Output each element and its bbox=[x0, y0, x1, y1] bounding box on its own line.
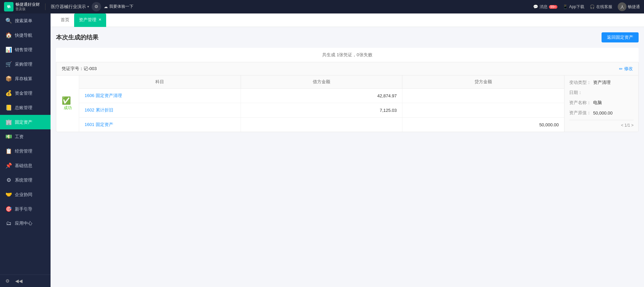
success-label: 成功 bbox=[64, 105, 72, 111]
sidebar-item-payroll[interactable]: 💵 工资 bbox=[0, 129, 51, 144]
sidebar-item-appstore[interactable]: 🗂 应用中心 bbox=[0, 216, 51, 230]
message-icon: 💬 bbox=[533, 4, 538, 9]
sidebar-item-finance[interactable]: 💰 资金管理 bbox=[0, 86, 51, 100]
success-icon: ✅ bbox=[62, 96, 71, 105]
content-area: 首页 资产管理 ✕ 本次生成的结果 返回固定资产 共生成 1张凭证，0张失败 bbox=[51, 13, 644, 287]
col-header-credit: 贷方金额 bbox=[402, 75, 564, 88]
cell-credit-2 bbox=[402, 103, 564, 117]
sidebar-item-ledger[interactable]: 📒 总账管理 bbox=[0, 100, 51, 115]
collapse-sidebar-icon[interactable]: ◀◀ bbox=[15, 278, 23, 284]
edit-button[interactable]: ✏ 修改 bbox=[619, 66, 633, 72]
sidebar-item-system[interactable]: ⚙ 系统管理 bbox=[0, 173, 51, 187]
table-header: 科目 借方金额 贷方金额 bbox=[79, 75, 564, 89]
voucher-body: ✅ 成功 科目 借方金额 贷方金额 1606 固定资产清理 bbox=[56, 75, 638, 132]
sidebar-item-operations[interactable]: 📋 经营管理 bbox=[0, 144, 51, 158]
gear-icon: ⚙ bbox=[94, 4, 98, 9]
chart-icon: 📊 bbox=[5, 46, 12, 53]
tab-bar: 首页 资产管理 ✕ bbox=[51, 13, 644, 27]
cell-debit-2: 7,125.03 bbox=[241, 103, 403, 117]
cart-icon: 🛒 bbox=[5, 61, 12, 67]
money-icon: 💰 bbox=[5, 90, 12, 96]
voucher-table: 科目 借方金额 贷方金额 1606 固定资产清理 42,874.97 bbox=[79, 75, 564, 132]
sidebar-item-purchase[interactable]: 🛒 采购管理 bbox=[0, 57, 51, 71]
header-right: 💬 消息 99+ 📱 App下载 🎧 在线客服 人 畅捷通 bbox=[533, 2, 640, 11]
sidebar-bottom: ⚙ ◀◀ bbox=[0, 275, 51, 287]
voucher-block: 凭证字号：记-003 ✏ 修改 ✅ 成功 bbox=[56, 62, 639, 132]
sidebar-item-inventory[interactable]: 📦 库存核算 bbox=[0, 71, 51, 86]
search-icon: 🔍 bbox=[5, 18, 12, 24]
cell-debit-3 bbox=[241, 118, 403, 132]
cloud-icon: ☁ bbox=[104, 4, 108, 9]
system-icon: ⚙ bbox=[5, 177, 12, 183]
voucher-number: 凭证字号：记-003 bbox=[62, 66, 97, 72]
sidebar-item-sales[interactable]: 📊 销售管理 bbox=[0, 42, 51, 57]
summary-bar: 共生成 1张凭证，0张失败 bbox=[56, 48, 639, 62]
status-column: ✅ 成功 bbox=[56, 75, 79, 132]
table-row: 1602 累计折旧 7,125.03 bbox=[79, 103, 564, 118]
sidebar-item-quicknav[interactable]: 🏠 快捷导航 bbox=[0, 28, 51, 42]
app-icon: 🗂 bbox=[5, 220, 12, 226]
cell-debit-1: 42,874.97 bbox=[241, 89, 403, 103]
cell-account-2: 1602 累计折旧 bbox=[79, 103, 241, 117]
result-header: 本次生成的结果 返回固定资产 bbox=[56, 32, 639, 42]
edit-icon: ✏ bbox=[619, 66, 623, 71]
info-change-type: 变动类型： 资产清理 bbox=[569, 79, 634, 86]
online-support-button[interactable]: 🎧 在线客服 bbox=[590, 4, 612, 10]
payroll-icon: 💵 bbox=[5, 133, 12, 140]
message-button[interactable]: 💬 消息 99+ bbox=[533, 4, 557, 10]
cell-account-3: 1601 固定资产 bbox=[79, 118, 241, 132]
table-row: 1601 固定资产 50,000.00 bbox=[79, 118, 564, 132]
company-name: 医疗器械行业演示 bbox=[51, 4, 86, 10]
ledger-icon: 📒 bbox=[5, 104, 12, 111]
account-link-1[interactable]: 1606 固定资产清理 bbox=[85, 93, 122, 99]
top-header: 畅 畅捷通好业财 普及版 医疗器械行业演示 ▾ ⚙ ☁ 我要体验一下 💬 消息 … bbox=[0, 0, 644, 13]
table-row: 1606 固定资产清理 42,874.97 bbox=[79, 89, 564, 103]
target-icon: 🎯 bbox=[5, 206, 12, 212]
cell-credit-3: 50,000.00 bbox=[402, 118, 564, 132]
pin-icon: 📌 bbox=[5, 162, 12, 169]
home-icon: 🏠 bbox=[5, 32, 12, 38]
avatar: 人 bbox=[618, 2, 626, 11]
headset-icon: 🎧 bbox=[590, 4, 595, 9]
page-content: 本次生成的结果 返回固定资产 共生成 1张凭证，0张失败 凭证字号：记-003 … bbox=[51, 27, 644, 287]
logo-sub: 普及版 bbox=[16, 7, 40, 11]
sidebar-item-guide[interactable]: 🎯 新手引导 bbox=[0, 202, 51, 216]
side-info-panel: 变动类型： 资产清理 日期： 资产名称： 电脑 资产原值： bbox=[564, 75, 638, 132]
user-menu[interactable]: 人 畅捷通 bbox=[618, 2, 640, 11]
tab-home[interactable]: 首页 bbox=[56, 13, 74, 27]
col-header-account: 科目 bbox=[79, 75, 241, 88]
account-link-2[interactable]: 1602 累计折旧 bbox=[85, 107, 113, 113]
return-button[interactable]: 返回固定资产 bbox=[602, 32, 639, 42]
sidebar-item-basics[interactable]: 📌 基础信息 bbox=[0, 158, 51, 173]
cell-account-1: 1606 固定资产清理 bbox=[79, 89, 241, 103]
bottom-settings-icon[interactable]: ⚙ bbox=[5, 278, 10, 284]
sidebar: 🔍 搜索菜单 🏠 快捷导航 📊 销售管理 🛒 采购管理 📦 库存核算 💰 资金管… bbox=[0, 13, 51, 287]
building-icon: 🏢 bbox=[5, 119, 12, 125]
message-badge: 99+ bbox=[549, 5, 557, 9]
summary-text: 共生成 1张凭证，0张失败 bbox=[322, 52, 372, 57]
account-link-3[interactable]: 1601 固定资产 bbox=[85, 122, 113, 128]
pagination[interactable]: < 1/1 > bbox=[569, 120, 634, 128]
logo-area: 畅 畅捷通好业财 普及版 bbox=[4, 2, 40, 11]
page-title: 本次生成的结果 bbox=[56, 33, 98, 41]
header-divider bbox=[45, 3, 45, 10]
sidebar-item-fixed-assets[interactable]: 🏢 固定资产 bbox=[0, 115, 51, 129]
box-icon: 📦 bbox=[5, 75, 12, 82]
col-header-debit: 借方金额 bbox=[241, 75, 403, 88]
sidebar-item-enterprise[interactable]: 🤝 企业协同 bbox=[0, 187, 51, 202]
tab-close-icon[interactable]: ✕ bbox=[98, 18, 101, 22]
clipboard-icon: 📋 bbox=[5, 148, 12, 154]
voucher-header: 凭证字号：记-003 ✏ 修改 bbox=[56, 62, 638, 75]
settings-icon-button[interactable]: ⚙ bbox=[92, 2, 101, 11]
header-left: 畅 畅捷通好业财 普及版 医疗器械行业演示 ▾ ⚙ ☁ 我要体验一下 bbox=[4, 2, 133, 11]
cell-credit-1 bbox=[402, 89, 564, 103]
tab-asset-mgmt[interactable]: 资产管理 ✕ bbox=[74, 13, 106, 27]
sidebar-item-search[interactable]: 🔍 搜索菜单 bbox=[0, 13, 51, 28]
app-download-button[interactable]: 📱 App下载 bbox=[563, 4, 584, 10]
main-layout: 🔍 搜索菜单 🏠 快捷导航 📊 销售管理 🛒 采购管理 📦 库存核算 💰 资金管… bbox=[0, 13, 644, 287]
logo-icon: 畅 bbox=[4, 2, 13, 11]
experience-button[interactable]: ☁ 我要体验一下 bbox=[104, 4, 133, 9]
logo-text: 畅捷通好业财 bbox=[16, 2, 40, 7]
company-selector[interactable]: 医疗器械行业演示 ▾ bbox=[51, 4, 89, 10]
chevron-down-icon: ▾ bbox=[87, 5, 89, 8]
